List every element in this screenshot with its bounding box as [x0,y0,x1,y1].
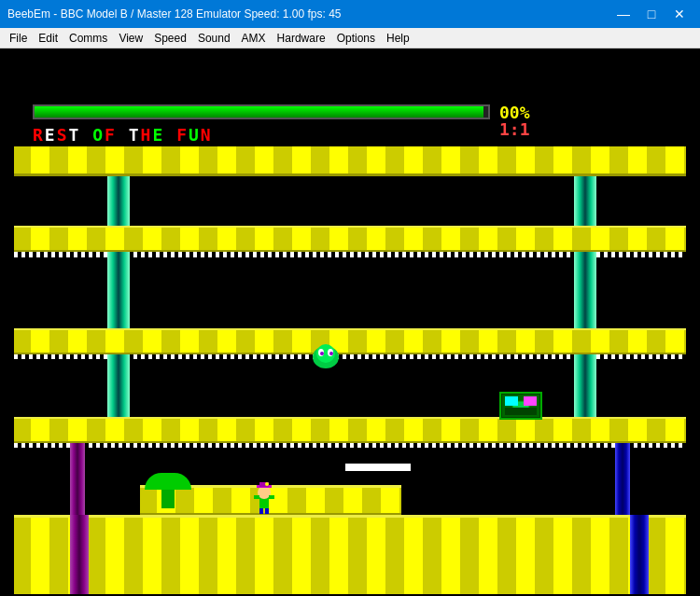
game-hud: 00% 1:1 REST OF THE FUN [14,95,686,146]
minimize-button[interactable]: — [610,5,637,23]
svg-rect-12 [265,508,269,514]
svg-rect-11 [259,508,263,514]
title-bar: BeebEm - BBC Model B / Master 128 Emulat… [0,0,700,28]
platform-row-3 [14,328,686,354]
window-controls: — □ ✕ [610,5,693,23]
pipe-col-right-1-mid [574,252,596,328]
svg-rect-13 [254,495,259,499]
menu-file[interactable]: File [4,28,33,48]
pipe-far-left-bottom [70,515,89,594]
platform-row-4 [14,417,686,443]
mushroom-stem-left [161,490,175,508]
platform-dots-4 [14,443,686,448]
menu-bar: File Edit Comms View Speed Sound AMX Har… [0,28,700,49]
svg-point-7 [258,486,271,499]
level-display: 1:1 [499,119,530,139]
top-platform [14,146,686,176]
pipe-far-right-bottom [630,515,649,594]
svg-rect-19 [524,396,537,406]
svg-rect-18 [505,396,518,406]
bottom-floor [14,515,686,594]
pipe-col-1-mid [107,252,130,328]
pipe-col-1-top [107,176,130,226]
menu-sound[interactable]: Sound [192,28,236,48]
pipe-col-right-1-top [574,176,596,226]
close-button[interactable]: ✕ [666,5,693,23]
svg-point-4 [320,352,324,355]
svg-rect-20 [505,408,537,415]
player-character [252,482,276,514]
platform-row-2 [14,226,686,252]
game-container: 00% 1:1 REST OF THE FUN [0,49,700,596]
menu-hardware[interactable]: Hardware [272,28,331,48]
game-title-text: REST OF THE FUN [33,125,213,145]
menu-comms[interactable]: Comms [63,28,113,48]
progress-bar-fill [35,106,483,118]
pipe-left-lower [70,443,85,515]
item-chest [499,392,542,420]
window-title: BeebEm - BBC Model B / Master 128 Emulat… [7,7,610,21]
maximize-button[interactable]: □ [638,5,665,23]
menu-edit[interactable]: Edit [33,28,63,48]
white-platform-item [345,464,411,471]
svg-rect-14 [269,495,274,499]
menu-options[interactable]: Options [331,28,381,48]
menu-help[interactable]: Help [381,28,415,48]
pipe-right-lower [615,443,630,515]
svg-point-5 [329,352,333,355]
menu-amx[interactable]: AMX [236,28,272,48]
game-scene [14,146,686,594]
pipe-col-right-1-low [574,354,596,417]
pipe-col-1-low [107,354,130,417]
menu-view[interactable]: View [113,28,148,48]
menu-speed[interactable]: Speed [148,28,192,48]
svg-point-10 [265,482,269,486]
mushroom-hat-left [145,473,191,490]
progress-bar-container [33,104,490,119]
enemy-blob [311,340,341,370]
